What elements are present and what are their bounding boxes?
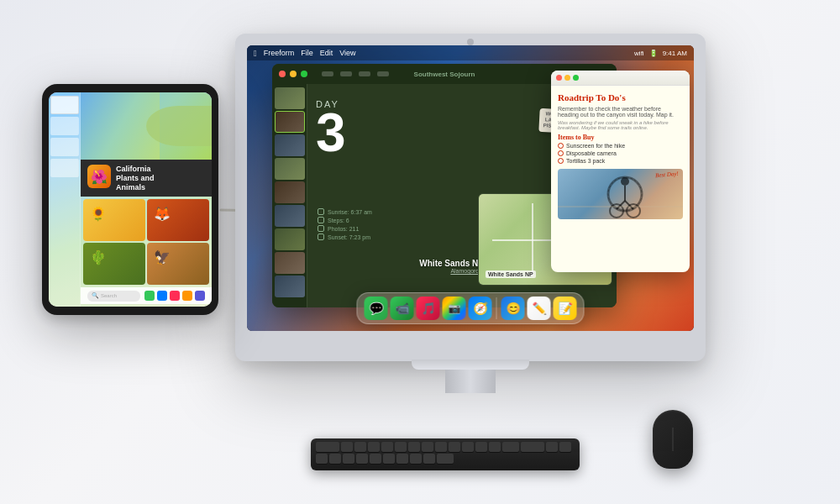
monitor-device:  Freeform File Edit View wifi 🔋 9:41 AM (235, 34, 706, 393)
ipad-content-grid: 🌻 🦊 🌵 🦅 (81, 197, 212, 287)
notes-fullscreen[interactable] (573, 75, 579, 81)
mouse-body (653, 410, 693, 469)
ipad-thumb-1[interactable] (50, 96, 79, 114)
freeform-toolbar (322, 71, 389, 76)
ff-thumb-5[interactable] (275, 181, 305, 203)
ipad-app-title: California (116, 165, 155, 174)
notes-item-2: Disposable camera (558, 150, 683, 156)
ipad-grid-2[interactable]: 🦊 (147, 199, 209, 241)
ff-stat-sunset: Sunset: 7:23 pm (318, 234, 372, 240)
ff-thumb-3[interactable] (275, 134, 305, 156)
ff-thumb-6[interactable] (275, 205, 305, 227)
key-r[interactable] (381, 442, 393, 452)
key-s[interactable] (559, 442, 571, 452)
key-u[interactable] (422, 442, 433, 452)
key-y[interactable] (408, 442, 420, 452)
key-p[interactable] (462, 442, 474, 452)
ff-thumb-4[interactable] (275, 158, 305, 180)
ipad-dock (144, 291, 205, 301)
key-a[interactable] (546, 442, 558, 452)
keyboard-body (311, 438, 580, 470)
mac-dock: 💬 📹 🎵 📷 🧭 (357, 292, 585, 324)
key-w[interactable] (354, 442, 366, 452)
ipad-dock-icon-2[interactable] (157, 291, 167, 301)
ipad-map (81, 92, 212, 160)
ipad-main-area: 🌺 California Plants and Animals 🌻 (81, 92, 212, 307)
dock-facetime[interactable]: 📹 (391, 297, 414, 320)
ipad-search[interactable]: 🔍Search (87, 291, 140, 302)
key-semi[interactable] (410, 454, 422, 464)
dock-music[interactable]: 🎵 (417, 297, 440, 320)
ipad-content: 🌺 California Plants and Animals 🌻 (49, 92, 212, 307)
key-i[interactable] (435, 442, 447, 452)
toolbar-tool-3[interactable] (359, 71, 370, 76)
dock-messages[interactable]: 💬 (365, 297, 388, 320)
key-bracket-l[interactable] (475, 442, 487, 452)
ff-thumb-8[interactable] (275, 252, 305, 274)
toolbar-tool-4[interactable] (377, 71, 389, 76)
ff-thumb-7[interactable] (275, 228, 305, 250)
ipad-dock-icon-3[interactable] (170, 291, 180, 301)
key-bracket-r[interactable] (489, 442, 501, 452)
key-d[interactable] (316, 454, 328, 464)
key-o[interactable] (449, 442, 460, 452)
ipad-thumb-4[interactable] (50, 159, 79, 177)
ipad-grid-3[interactable]: 🌵 (83, 243, 145, 285)
key-h[interactable] (356, 454, 368, 464)
dock-photos[interactable]: 📷 (443, 297, 466, 320)
toolbar-tool-1[interactable] (322, 71, 333, 76)
key-delete[interactable] (502, 442, 519, 452)
key-f[interactable] (329, 454, 341, 464)
notes-item-3: Tortillas 3 pack (558, 158, 683, 164)
notes-section-buy: Items to Buy (558, 134, 683, 141)
mouse-button-divider (673, 428, 674, 451)
menu-freeform[interactable]: Freeform (264, 49, 295, 57)
minimize-button[interactable] (290, 71, 297, 77)
ipad-dock-icon-4[interactable] (182, 291, 192, 301)
key-j[interactable] (370, 454, 381, 464)
key-t[interactable] (395, 442, 407, 452)
ff-stat-sunrise: Sunrise: 6:37 am (318, 208, 372, 215)
ipad-grid-1[interactable]: 🌻 (83, 199, 145, 241)
key-e[interactable] (368, 442, 380, 452)
menu-file[interactable]: File (301, 49, 313, 57)
ipad-dock-icon-5[interactable] (195, 291, 205, 301)
dock-safari[interactable]: 🧭 (469, 297, 492, 320)
notes-minimize[interactable] (564, 75, 570, 81)
key-return[interactable] (437, 454, 454, 464)
key-caps[interactable] (521, 442, 544, 452)
key-q[interactable] (341, 442, 353, 452)
dock-separator (496, 297, 497, 319)
notes-item-1: Sunscreen for the hike (558, 143, 683, 149)
ff-park-label: White Sands NP (486, 270, 536, 278)
notes-close[interactable] (556, 75, 562, 81)
key-quote[interactable] (423, 454, 435, 464)
mac-menu-bar:  Freeform File Edit View wifi 🔋 9:41 AM (247, 45, 694, 60)
ipad-grid-4[interactable]: 🦅 (147, 243, 209, 285)
dock-freeform[interactable]: ✏️ (528, 297, 551, 320)
ipad-thumb-2[interactable] (50, 117, 79, 135)
key-g[interactable] (343, 454, 354, 464)
dock-finder[interactable]: 😊 (501, 297, 525, 320)
ff-thumb-1[interactable] (275, 87, 305, 109)
fullscreen-button[interactable] (301, 71, 307, 77)
menu-edit[interactable]: Edit (320, 49, 333, 57)
ipad-dock-icon-1[interactable] (144, 291, 155, 301)
key-k[interactable] (383, 454, 395, 464)
key-tab[interactable] (316, 442, 339, 452)
toolbar-tool-2[interactable] (340, 71, 352, 76)
apple-menu-icon[interactable]:  (254, 49, 257, 58)
ff-stat-steps: Steps: 6 (318, 217, 372, 223)
close-button[interactable] (279, 71, 286, 77)
monitor-stand-neck (445, 360, 496, 393)
ff-thumb-9[interactable] (275, 276, 305, 297)
ipad-thumb-3[interactable] (50, 138, 79, 156)
app-icon-california: 🌺 (87, 165, 111, 188)
dock-notes[interactable]: 📝 (554, 297, 577, 320)
mac-menu-right: wifi 🔋 9:41 AM (634, 50, 687, 57)
key-l[interactable] (396, 454, 408, 464)
ff-thumb-2[interactable] (275, 111, 305, 133)
mac-desktop:  Freeform File Edit View wifi 🔋 9:41 AM (247, 45, 694, 331)
menu-view[interactable]: View (339, 49, 355, 57)
ipad-device: 🌺 California Plants and Animals 🌻 (42, 84, 218, 315)
